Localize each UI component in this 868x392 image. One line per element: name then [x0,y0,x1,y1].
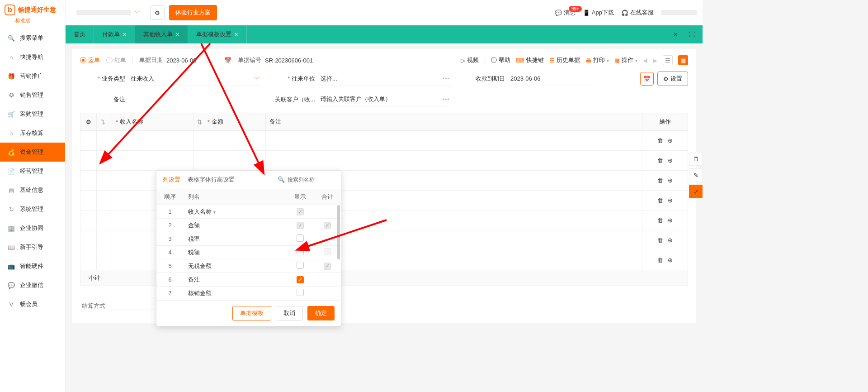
float-note-button[interactable]: 🗒 [689,152,703,166]
sidebar-item-book[interactable]: 📖新手引导 [0,238,65,257]
copy-icon[interactable]: ⊕ [668,197,673,204]
tab-home[interactable]: 首页 [66,25,94,43]
delete-icon[interactable]: 🗑 [657,177,663,184]
checkbox[interactable] [297,248,304,255]
sidebar-item-label: 畅会员 [20,300,38,308]
popup-search[interactable]: 🔍 [276,175,335,184]
shortcut-button[interactable]: ⌨快捷键 [516,56,544,64]
sidebar-item-home[interactable]: ⌂库存核算 [0,124,65,143]
delete-icon[interactable]: 🗑 [657,197,663,204]
print-button[interactable]: 🖶打印▾ [585,56,609,64]
checkbox[interactable]: ✓ [297,276,304,283]
checkbox[interactable] [297,289,304,296]
tab[interactable]: 付款单✕ [94,25,135,43]
float-edit-button[interactable]: ✎ [689,168,703,182]
help-button[interactable]: ⓘ帮助 [491,56,510,64]
copy-icon[interactable]: ⊕ [668,237,673,244]
close-icon[interactable]: ✕ [175,32,179,38]
history-button[interactable]: ☰历史单据 [549,56,580,64]
sidebar-item-cycle[interactable]: ↻系统管理 [0,200,65,219]
grid-settings-button[interactable]: ⚙ [80,113,97,130]
partner-select[interactable]: 选择... ••• [320,72,451,86]
calendar-icon[interactable]: 📅 [224,57,231,64]
support-button[interactable]: 🎧 在线客服 [621,9,654,17]
tab[interactable]: 单据模板设置✕ [188,25,247,43]
due-date-input[interactable]: 2023-06-06 [509,72,595,85]
col-amt[interactable]: ⇅ *金额 [193,113,266,130]
copy-icon[interactable]: ⊕ [668,257,673,263]
checkbox[interactable]: ✓ [297,208,304,215]
close-icon[interactable]: ✕ [123,32,127,38]
org-dropdown[interactable]: ﹀ [71,6,146,19]
checkbox[interactable]: ✓ [297,222,304,229]
trial-button[interactable]: 体验行业方案 [169,5,217,20]
user-area[interactable] [661,10,697,15]
cart-icon: 🛒 [7,110,15,118]
ops-button[interactable]: ▦操作▾ [614,56,637,64]
sidebar-item-cart[interactable]: 🛒采购管理 [0,105,65,124]
book-icon: 📖 [7,243,15,251]
sidebar-item-stack[interactable]: ▤基础信息 [0,181,65,200]
scrollbar-thumb[interactable] [337,205,340,259]
tab[interactable]: 其他收入单✕ [135,25,188,43]
sidebar-item-compass[interactable]: ⌂快捷导航 [0,48,65,67]
popup-tab-font[interactable]: 表格字体行高设置 [188,176,235,184]
app-download-button[interactable]: 📱 App下载 [583,9,614,17]
sidebar-item-doc[interactable]: 📄经营管理 [0,162,65,181]
customer-select[interactable]: 请输入关联客户（收入单） ••• [320,92,451,106]
checkbox[interactable]: ✓ [324,263,331,270]
popup-ok-button[interactable]: 确定 [307,306,335,320]
red-radio[interactable]: 红单 [106,56,126,64]
delete-icon[interactable]: 🗑 [657,257,663,263]
float-expand-button[interactable]: ⤢ [689,185,703,198]
phone-icon: 📱 [583,10,590,16]
delete-icon[interactable]: 🗑 [657,237,663,244]
sidebar-item-gift[interactable]: 🎁营销推广 [0,67,65,86]
expand-icon: ⤢ [693,188,698,195]
checkbox[interactable] [297,262,304,269]
popup-row: 2 金额 ✓ ✓ [156,219,341,232]
gear-icon: ⚙ [155,10,160,16]
next-button[interactable]: ▶ [653,57,657,64]
delete-icon[interactable]: 🗑 [657,157,663,164]
prev-button[interactable]: ◀ [643,57,647,64]
copy-icon[interactable]: ⊕ [668,177,673,184]
copy-icon[interactable]: ⊕ [668,217,673,224]
sidebar-item-vip[interactable]: V畅会员 [0,295,65,314]
sidebar-item-badge[interactable]: ✪销售管理 [0,86,65,105]
tabs-close-button[interactable]: ✕ [669,28,682,41]
delete-icon[interactable]: 🗑 [657,217,663,224]
settings-button[interactable]: ⚙设置 [657,72,688,86]
sidebar-item-search[interactable]: 🔍搜索菜单 [0,29,65,48]
popup-template-button[interactable]: 单据模板 [232,306,271,320]
checkbox[interactable] [297,234,304,242]
popup-tab-columns[interactable]: 列设置 [163,176,180,184]
copy-icon[interactable]: ⊕ [668,157,673,164]
gear-button[interactable]: ⚙ [150,5,165,20]
copy-icon[interactable]: ⊕ [668,137,673,144]
messages-button[interactable]: 💬 消息 99+ [555,9,576,17]
date-value[interactable]: 2023-06-06 [166,57,221,64]
sidebar-item-tv[interactable]: 📺智能硬件 [0,257,65,276]
popup-search-input[interactable] [288,177,333,183]
tabs-expand-button[interactable]: ⛶ [685,28,698,41]
popup-cancel-button[interactable]: 取消 [276,306,303,320]
chevron-down-icon[interactable]: ▾ [213,210,216,215]
view-card-button[interactable]: ▦ [678,55,688,65]
sidebar-item-money[interactable]: 💰资金管理 [0,143,65,162]
col-name[interactable]: *收入名称 [112,113,193,130]
biz-type-select[interactable]: 往来收入 ﹀ [130,72,261,86]
blue-radio[interactable]: 蓝单 [80,56,100,64]
row-name: 备注 [184,274,287,286]
sidebar-item-org[interactable]: 🏢企业协同 [0,219,65,238]
view-list-button[interactable]: ☰ [663,55,673,65]
due-label: 收款到期日 [476,75,505,82]
video-button[interactable]: ▷视频 [461,56,479,64]
remark-input[interactable] [130,96,261,102]
delete-icon[interactable]: 🗑 [657,137,663,144]
calendar-button[interactable]: 📅 [640,72,654,86]
checkbox[interactable]: ✓ [324,222,331,229]
col-note[interactable]: 备注 [266,113,642,130]
close-icon[interactable]: ✕ [234,32,238,38]
sidebar-item-wechat[interactable]: 💬企业微信 [0,276,65,295]
